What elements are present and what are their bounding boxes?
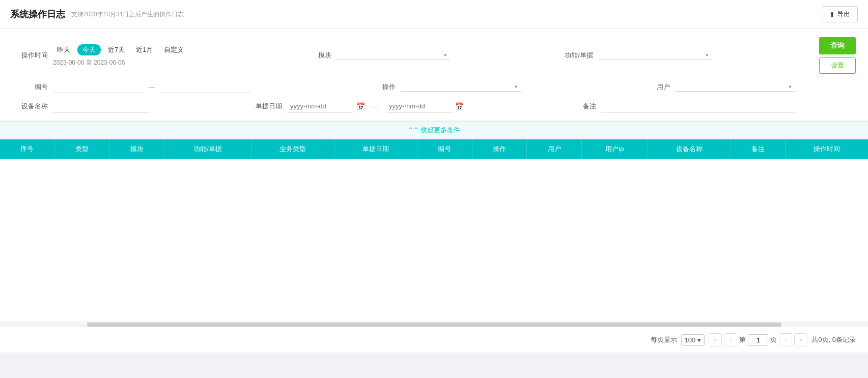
date-start-input[interactable] bbox=[287, 100, 353, 112]
table-wrapper: 序号 类型 模块 功能/单据 业务类型 单据日期 编号 操作 用户 用户ip 设… bbox=[0, 139, 868, 159]
function-select[interactable]: ▾ bbox=[598, 51, 712, 60]
collapse-bar[interactable]: ⌃⌃ 收起更多条件 bbox=[0, 121, 868, 139]
last-page-button[interactable]: » bbox=[794, 333, 807, 346]
export-icon: ⬆ bbox=[829, 11, 835, 18]
collapse-label: 收起更多条件 bbox=[421, 126, 460, 134]
time-label: 操作时间 bbox=[12, 51, 48, 60]
col-type: 类型 bbox=[54, 139, 109, 159]
remark-input[interactable] bbox=[601, 100, 795, 112]
col-biztype: 业务类型 bbox=[251, 139, 334, 159]
prev-page-button[interactable]: ‹ bbox=[724, 333, 737, 346]
col-remark: 备注 bbox=[731, 139, 786, 159]
filter-row-1: 操作时间 昨天 今天 近7天 近1月 自定义 2023-06-06 至 2023… bbox=[12, 37, 856, 74]
calendar-end-icon[interactable]: 📅 bbox=[455, 102, 464, 110]
calendar-start-icon[interactable]: 📅 bbox=[356, 102, 365, 110]
export-button[interactable]: ⬆ 导出 bbox=[822, 6, 858, 22]
number-dash: — bbox=[145, 83, 159, 91]
filter-panel: 操作时间 昨天 今天 近7天 近1月 自定义 2023-06-06 至 2023… bbox=[0, 29, 868, 121]
operation-select[interactable]: ▾ bbox=[401, 82, 520, 92]
page-subtitle: 支持2020年10月31日之后产生的操作日志 bbox=[71, 10, 184, 19]
col-voucherdate: 单据日期 bbox=[334, 139, 417, 159]
time-btn-custom[interactable]: 自定义 bbox=[160, 44, 188, 55]
user-select[interactable]: ▾ bbox=[675, 82, 795, 92]
time-date-range: 2023-06-06 至 2023-06-06 bbox=[53, 59, 188, 67]
scrollbar-area[interactable] bbox=[0, 322, 868, 327]
module-label: 模块 bbox=[296, 51, 331, 60]
device-input[interactable] bbox=[53, 100, 150, 112]
page-header: 系统操作日志 支持2020年10月31日之后产生的操作日志 ⬆ 导出 bbox=[0, 0, 868, 29]
filter-row-2: 编号 — 操作 ▾ 用户 ▾ bbox=[12, 81, 856, 93]
col-optime: 操作时间 bbox=[786, 139, 868, 159]
date-input-group: 📅 — 📅 bbox=[287, 100, 464, 112]
action-buttons: 查询 设置 bbox=[819, 37, 856, 74]
empty-area bbox=[0, 159, 868, 322]
module-select[interactable]: ▾ bbox=[337, 51, 450, 60]
col-user: 用户 bbox=[527, 139, 582, 159]
page-unit: 页 bbox=[770, 335, 777, 344]
col-operation: 操作 bbox=[472, 139, 527, 159]
time-btn-1month[interactable]: 近1月 bbox=[132, 44, 157, 55]
time-filters: 昨天 今天 近7天 近1月 自定义 bbox=[53, 44, 188, 55]
export-label: 导出 bbox=[837, 10, 850, 19]
function-dropdown-icon: ▾ bbox=[706, 52, 709, 59]
query-button[interactable]: 查询 bbox=[819, 37, 856, 54]
operation-dropdown-icon: ▾ bbox=[515, 83, 518, 90]
page-title: 系统操作日志 bbox=[10, 8, 65, 20]
next-page-button[interactable]: › bbox=[779, 333, 792, 346]
settings-button[interactable]: 设置 bbox=[819, 57, 856, 74]
page-label: 第 bbox=[739, 335, 746, 344]
page-input[interactable] bbox=[748, 334, 768, 346]
function-label: 功能/单据 bbox=[557, 51, 593, 60]
time-btn-7days[interactable]: 近7天 bbox=[104, 44, 129, 55]
date-dash: — bbox=[368, 103, 383, 110]
total-label: 共0页, 0条记录 bbox=[811, 335, 856, 344]
pagination-bar: 每页显示 100 ▾ « ‹ 第 页 › » 共0页, 0条记录 bbox=[0, 327, 868, 353]
collapse-icon: ⌃⌃ bbox=[408, 126, 419, 134]
date-end-input[interactable] bbox=[386, 100, 452, 112]
per-page-label: 每页显示 bbox=[651, 335, 677, 344]
device-input-group bbox=[53, 100, 150, 112]
table-header: 序号 类型 模块 功能/单据 业务类型 单据日期 编号 操作 用户 用户ip 设… bbox=[0, 139, 868, 159]
scrollbar-thumb bbox=[87, 323, 781, 327]
remark-label: 备注 bbox=[561, 102, 596, 111]
filter-row-3: 设备名称 单据日期 📅 — 📅 备注 bbox=[12, 100, 856, 112]
number-input-start[interactable] bbox=[53, 81, 145, 93]
device-label: 设备名称 bbox=[12, 102, 48, 111]
first-page-button[interactable]: « bbox=[709, 333, 722, 346]
data-table: 序号 类型 模块 功能/单据 业务类型 单据日期 编号 操作 用户 用户ip 设… bbox=[0, 139, 868, 159]
user-label: 用户 bbox=[634, 82, 670, 92]
col-module: 模块 bbox=[109, 139, 164, 159]
col-number: 编号 bbox=[417, 139, 472, 159]
user-dropdown-icon: ▾ bbox=[789, 83, 792, 90]
remark-input-group bbox=[601, 100, 795, 112]
number-input-group: — bbox=[53, 81, 246, 93]
col-function: 功能/单据 bbox=[164, 139, 251, 159]
number-input-end[interactable] bbox=[159, 81, 251, 93]
time-btn-today[interactable]: 今天 bbox=[77, 44, 101, 55]
module-dropdown-icon: ▾ bbox=[444, 52, 447, 59]
number-label: 编号 bbox=[12, 82, 48, 92]
col-ip: 用户ip bbox=[582, 139, 648, 159]
page-size-select[interactable]: 100 ▾ bbox=[681, 334, 705, 346]
col-seq: 序号 bbox=[0, 139, 54, 159]
pagination-nav: « ‹ 第 页 › » bbox=[709, 333, 807, 346]
page-size-value: 100 bbox=[685, 336, 696, 344]
col-device: 设备名称 bbox=[648, 139, 731, 159]
time-btn-yesterday[interactable]: 昨天 bbox=[53, 44, 74, 55]
voucher-date-label: 单据日期 bbox=[246, 102, 282, 111]
operation-label: 操作 bbox=[360, 82, 396, 92]
page-size-arrow: ▾ bbox=[697, 336, 701, 344]
